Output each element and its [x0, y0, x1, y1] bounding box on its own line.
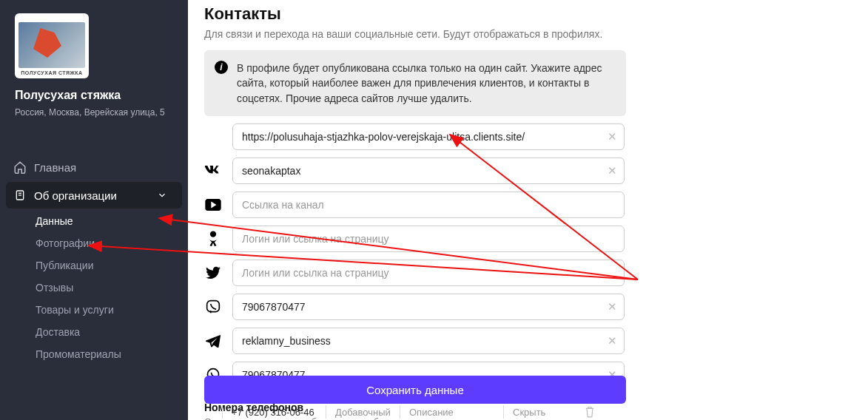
telegram-input[interactable]: [232, 328, 625, 354]
home-icon: [13, 160, 27, 174]
ok-input[interactable]: [232, 226, 625, 252]
clear-site-icon[interactable]: ✕: [608, 130, 617, 143]
youtube-input[interactable]: [232, 192, 625, 218]
blank-icon: [204, 128, 222, 146]
org-address: Россия, Москва, Верейская улица, 5: [15, 106, 173, 118]
phone-ext-cell[interactable]: Добавочный: [326, 405, 400, 419]
twitter-icon: [204, 264, 222, 282]
vk-icon: [204, 162, 222, 180]
nav-sub-goods[interactable]: Товары и услуги: [0, 299, 188, 321]
vk-input[interactable]: [232, 158, 625, 184]
nav-sub-reviews[interactable]: Отзывы: [0, 277, 188, 299]
ok-icon: [204, 230, 222, 248]
sidebar: ПОЛУСУХАЯ СТЯЖКА Полусухая стяжка Россия…: [0, 0, 188, 420]
nav-sub-delivery[interactable]: Доставка: [0, 321, 188, 343]
clear-telegram-icon[interactable]: ✕: [608, 334, 617, 348]
viber-input[interactable]: [232, 294, 625, 320]
nav-sub-promo[interactable]: Промоматериалы: [0, 343, 188, 365]
clear-viber-icon[interactable]: ✕: [608, 300, 617, 314]
org-logo-caption: ПОЛУСУХАЯ СТЯЖКА: [21, 70, 82, 75]
nav-about-label: Об организации: [34, 189, 117, 202]
twitter-input[interactable]: [232, 260, 625, 286]
telegram-icon: [204, 332, 222, 350]
youtube-icon: [204, 196, 222, 214]
org-logo-image: [18, 22, 85, 68]
nav-home-label: Главная: [34, 161, 76, 174]
nav-home[interactable]: Главная: [0, 154, 188, 180]
svg-point-5: [210, 231, 216, 237]
org-title: Полусухая стяжка: [15, 89, 188, 102]
viber-icon: [204, 298, 222, 316]
sidebar-nav: Главная Об организации Данные Фотографии…: [0, 154, 188, 365]
svg-rect-6: [207, 301, 220, 312]
main-content: Контакты Для связи и перехода на ваши со…: [204, 0, 855, 420]
document-icon: [13, 189, 27, 202]
phone-table-row: +7 (920) 316-06-46 Добавочный Описание С…: [204, 405, 604, 419]
page-subtitle: Для связи и перехода на ваши социальные …: [204, 28, 855, 40]
site-url-input[interactable]: [232, 123, 625, 150]
visibility-eye-icon[interactable]: [204, 405, 223, 419]
phone-number-cell[interactable]: +7 (920) 316-06-46: [223, 405, 326, 419]
org-logo[interactable]: ПОЛУСУХАЯ СТЯЖКА: [15, 13, 89, 78]
info-text: В профиле будет опубликована ссылка толь…: [237, 62, 602, 104]
nav-sub-data[interactable]: Данные: [0, 210, 188, 232]
nav-sub-pubs[interactable]: Публикации: [0, 254, 188, 277]
nav-sub-photos[interactable]: Фотографии: [0, 232, 188, 254]
trash-icon[interactable]: [582, 405, 604, 419]
chevron-down-icon: [155, 189, 169, 202]
phone-hide-cell[interactable]: Скрыть: [504, 405, 582, 419]
nav-about-org[interactable]: Об организации: [6, 182, 182, 209]
info-banner: i В профиле будет опубликована ссылка то…: [204, 50, 626, 116]
phone-desc-cell[interactable]: Описание: [400, 405, 504, 419]
save-button[interactable]: Сохранить данные: [204, 376, 626, 404]
page-title: Контакты: [204, 4, 855, 24]
clear-vk-icon[interactable]: ✕: [608, 164, 617, 177]
info-icon: i: [215, 61, 228, 74]
